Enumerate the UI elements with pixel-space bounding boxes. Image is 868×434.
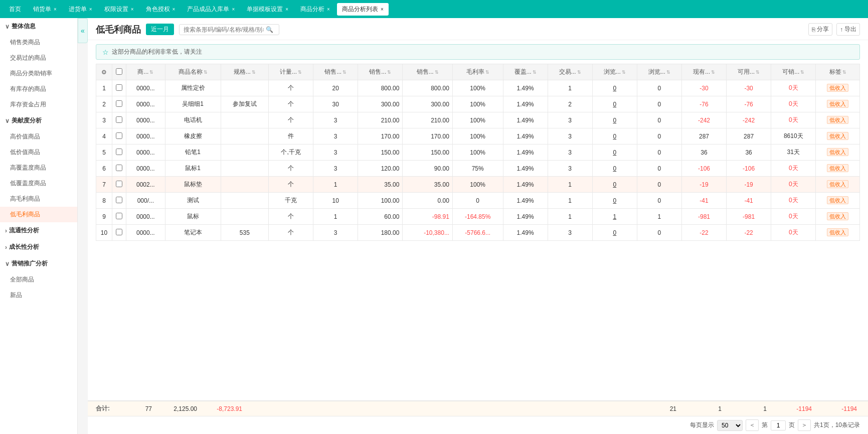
nav-close-template[interactable]: × <box>285 7 288 12</box>
view1-link[interactable]: 0 <box>613 165 616 172</box>
row-stock3: 0天 <box>771 209 816 225</box>
sidebar-section-value[interactable]: ∨ 美献度分析 <box>0 112 77 129</box>
sidebar-section-circulation[interactable]: › 流通性分析 <box>0 222 77 239</box>
col-unit[interactable]: 计量...⇅ <box>269 64 313 80</box>
row-checkbox[interactable] <box>112 128 126 144</box>
view1-link[interactable]: 0 <box>613 133 616 140</box>
nav-close-analysis-list[interactable]: × <box>381 7 384 12</box>
col-s2[interactable]: 销售...⇅ <box>358 64 403 80</box>
row-select[interactable] <box>116 229 122 235</box>
row-select[interactable] <box>116 100 122 107</box>
per-page-select[interactable]: 50 100 200 <box>717 420 743 431</box>
sidebar-item-low-profit[interactable]: 低毛利商品 <box>0 207 77 222</box>
view1-link[interactable]: 0 <box>613 197 616 204</box>
row-select[interactable] <box>116 165 122 171</box>
row-checkbox[interactable] <box>112 225 126 241</box>
row-gross: 100% <box>452 144 503 161</box>
row-select[interactable] <box>116 181 122 187</box>
view1-link[interactable]: 1 <box>613 213 616 220</box>
nav-sales[interactable]: 销货单 × <box>28 3 62 16</box>
sidebar-item-traded-products[interactable]: 交易过的商品 <box>0 50 77 66</box>
row-select[interactable] <box>116 132 122 139</box>
col-s3[interactable]: 销售...⇅ <box>403 64 453 80</box>
sidebar-item-new-products[interactable]: 新品 <box>0 287 77 303</box>
row-select[interactable] <box>116 149 122 155</box>
col-view1[interactable]: 浏览...⇅ <box>592 64 637 80</box>
row-select[interactable] <box>116 197 122 203</box>
sidebar-item-high-value[interactable]: 高价值商品 <box>0 129 77 144</box>
row-checkbox[interactable] <box>112 112 126 128</box>
row-checkbox[interactable] <box>112 80 126 96</box>
nav-analysis-list[interactable]: 商品分析列表 × <box>337 3 389 16</box>
view1-link[interactable]: 0 <box>613 117 616 124</box>
row-select[interactable] <box>116 213 122 219</box>
nav-template-settings[interactable]: 单据模板设置 × <box>242 3 293 16</box>
nav-close-sales[interactable]: × <box>54 7 57 12</box>
nav-permissions[interactable]: 权限设置 × <box>99 3 139 16</box>
row-checkbox[interactable] <box>112 144 126 161</box>
nav-close-permissions[interactable]: × <box>131 7 134 12</box>
col-s1[interactable]: 销售...⇅ <box>313 64 358 80</box>
row-checkbox[interactable] <box>112 193 126 209</box>
row-cover: 1.49% <box>503 193 548 209</box>
sidebar-item-low-value[interactable]: 低价值商品 <box>0 144 77 160</box>
search-input[interactable] <box>184 26 264 33</box>
view1-link[interactable]: 0 <box>613 229 616 236</box>
nav-close-roles[interactable]: × <box>172 7 176 12</box>
nav-close-analysis[interactable]: × <box>327 7 330 12</box>
view1-link[interactable]: 0 <box>613 101 616 108</box>
nav-product-analysis[interactable]: 商品分析 × <box>295 3 335 16</box>
sidebar-item-sales-products[interactable]: 销售类商品 <box>0 35 77 50</box>
nav-close-purchase[interactable]: × <box>89 7 92 12</box>
row-cover: 1.49% <box>503 96 548 112</box>
row-trade: 1 <box>548 209 592 225</box>
sidebar-section-overview[interactable]: ∨ 整体信息 <box>0 18 77 35</box>
row-stock1: -76 <box>681 96 726 112</box>
col-code[interactable]: 商...⇅ <box>126 64 165 80</box>
col-spec[interactable]: 规格...⇅ <box>221 64 268 80</box>
col-stock2[interactable]: 可用...⇅ <box>727 64 771 80</box>
view1-link[interactable]: 0 <box>613 181 616 188</box>
col-cover[interactable]: 覆盖...⇅ <box>503 64 548 80</box>
col-gross[interactable]: 毛利率⇅ <box>452 64 503 80</box>
row-checkbox[interactable] <box>112 96 126 112</box>
prev-page-btn[interactable]: ＜ <box>746 419 759 431</box>
share-btn[interactable]: ⎘ 分享 <box>808 23 832 36</box>
nav-purchase[interactable]: 进货单 × <box>64 3 97 16</box>
sidebar-item-capital[interactable]: 库存资金占用 <box>0 97 77 112</box>
next-page-btn[interactable]: ＞ <box>798 419 811 431</box>
sidebar-item-high-profit[interactable]: 高毛利商品 <box>0 191 77 207</box>
sidebar-item-stock-products[interactable]: 有库存的商品 <box>0 81 77 97</box>
col-checkbox[interactable] <box>112 64 126 80</box>
nav-home[interactable]: 首页 <box>4 3 26 16</box>
row-checkbox[interactable] <box>112 209 126 225</box>
row-select[interactable] <box>116 116 122 123</box>
row-checkbox[interactable] <box>112 161 126 177</box>
row-checkbox[interactable] <box>112 177 126 193</box>
col-name[interactable]: 商品名称⇅ <box>165 64 221 80</box>
search-icon[interactable]: 🔍 <box>266 26 273 33</box>
view1-link[interactable]: 0 <box>613 85 616 92</box>
row-select[interactable] <box>116 84 122 91</box>
page-input[interactable] <box>771 420 786 430</box>
sidebar-item-high-coverage[interactable]: 高覆盖度商品 <box>0 160 77 176</box>
col-tag[interactable]: 标签⇅ <box>816 64 860 80</box>
col-stock1[interactable]: 现有...⇅ <box>681 64 726 80</box>
col-view2[interactable]: 浏览...⇅ <box>637 64 681 80</box>
select-all-checkbox[interactable] <box>116 68 122 75</box>
nav-close-product-entry[interactable]: × <box>232 7 235 12</box>
col-settings[interactable]: ⚙ <box>96 64 112 80</box>
sidebar-section-growth[interactable]: › 成长性分析 <box>0 239 77 255</box>
col-stock3[interactable]: 可销...⇅ <box>771 64 816 80</box>
col-trade[interactable]: 交易...⇅ <box>548 64 592 80</box>
export-btn[interactable]: ↑ 导出 <box>836 23 860 36</box>
sidebar-item-category-sales[interactable]: 商品分类助销率 <box>0 66 77 81</box>
nav-product-entry[interactable]: 产品成品入库单 × <box>182 3 240 16</box>
sidebar-item-low-coverage[interactable]: 低覆盖度商品 <box>0 176 77 191</box>
view1-link[interactable]: 0 <box>613 149 616 156</box>
date-filter-btn[interactable]: 近一月 <box>146 24 174 35</box>
sidebar-item-all-products[interactable]: 全部商品 <box>0 272 77 287</box>
sidebar-section-marketing[interactable]: ∨ 营销推广分析 <box>0 255 77 272</box>
nav-roles[interactable]: 角色授权 × <box>141 3 181 16</box>
sidebar-collapse-btn[interactable]: « <box>78 18 88 43</box>
